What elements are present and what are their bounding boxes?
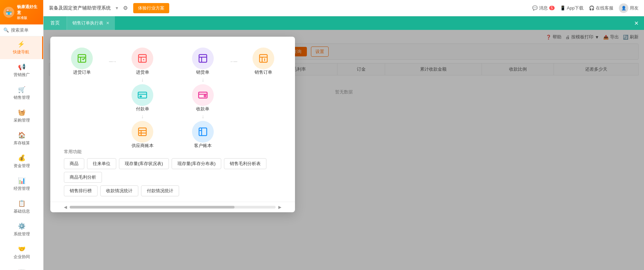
sidebar-item-finance[interactable]: 💰 资金管理 — [0, 150, 43, 173]
flow-node-purchase-bill[interactable]: 进货单 — [124, 48, 161, 75]
sidebar-item-basic-info[interactable]: 📋 基础信息 — [0, 196, 43, 218]
flow-node-supplier-ledger[interactable]: 供应商账本 — [124, 121, 161, 149]
corp-collab-icon: 🤝 — [18, 245, 25, 253]
message-button[interactable]: 💬 消息 5 — [532, 5, 555, 11]
finance-icon: 💰 — [18, 154, 25, 162]
user-profile-button[interactable]: 👤 用友 — [619, 3, 639, 13]
flow-node-receipt[interactable]: 收款单 — [185, 84, 221, 112]
svg-rect-13 — [138, 92, 147, 98]
sidebar-item-inventory[interactable]: 🏠 库存核算 — [0, 127, 43, 150]
message-badge: 5 — [549, 6, 555, 10]
sidebar-item-marketing[interactable]: 📢 营销推广 — [0, 59, 43, 82]
scroll-left-icon[interactable]: ◀ — [64, 205, 67, 210]
sidebar-nav: ⚡ 快捷导航 📢 营销推广 🛒 销售管理 🧺 采购管理 🏠 库存核算 💰 资金管… — [0, 36, 43, 270]
system-title: 装备及固定资产辅助管理系统 — [49, 5, 111, 11]
func-stock-status[interactable]: 现存量(库存状况表) — [119, 158, 169, 169]
svg-rect-15 — [140, 96, 142, 97]
receipt-icon — [192, 84, 214, 106]
flow-row-3: 供应商账本 客户账本 — [64, 121, 281, 149]
func-stock-dist[interactable]: 现存量(库存分布表) — [172, 158, 222, 169]
sales-icon: 🛒 — [18, 86, 25, 93]
sidebar-item-sales[interactable]: 🛒 销售管理 — [0, 82, 43, 105]
tab-close-icon[interactable]: ✕ — [106, 21, 109, 25]
purchase-order-label: 进货订单 — [73, 69, 91, 75]
flow-diagram: 进货订单 - - - -→ — [64, 48, 281, 149]
func-row-1: 商品 往来单位 现存量(库存状况表) 现存量(库存分布表) 销售毛利分析表 商品… — [64, 158, 281, 183]
scroll-right-icon[interactable]: ▶ — [278, 205, 281, 210]
headset-icon: 🎧 — [589, 5, 594, 11]
flow-node-customer-ledger[interactable]: 客户账本 — [185, 121, 221, 149]
operations-icon: 📊 — [18, 177, 25, 184]
supplier-ledger-label: 供应商账本 — [132, 143, 154, 149]
flow-node-sales-order[interactable]: 销售订单 — [245, 48, 281, 75]
svg-rect-23 — [199, 128, 207, 136]
tabbar: 首页 销售订单执行表 ✕ ✕ — [43, 16, 644, 30]
settings-icon[interactable]: ⚙ — [123, 5, 128, 11]
func-sales-rank[interactable]: 销售排行榜 — [64, 185, 98, 196]
modal-overlay: 进货订单 - - - -→ — [43, 30, 644, 270]
sidebar: 🏪 畅康通好生意 标准版 🔍 搜索菜单 ⚡ 快捷导航 📢 营销推广 🛒 销售管理… — [0, 0, 43, 270]
payment-label: 付款单 — [136, 106, 149, 112]
sales-bill-icon — [192, 48, 214, 69]
common-functions-title: 常用功能 — [64, 149, 281, 155]
arrow-purchase-order-to-bill: - - - -→ — [100, 59, 124, 64]
system-icon: ⚙️ — [18, 222, 25, 230]
func-goods[interactable]: 商品 — [64, 158, 84, 169]
scroll-thumb — [70, 206, 234, 209]
flow-node-purchase-order[interactable]: 进货订单 — [64, 48, 100, 75]
arrow-sales-order-to-bill: ←- - - - — [221, 59, 245, 64]
spacer-2 — [245, 78, 281, 81]
logo-sub: 标准版 — [17, 16, 40, 20]
purchase-icon: 🧺 — [18, 109, 25, 116]
func-receipt-stat[interactable]: 收款情况统计 — [100, 185, 138, 196]
marketing-icon: 📢 — [18, 63, 25, 71]
purchase-bill-label: 进货单 — [136, 69, 149, 75]
topbar: 装备及固定资产辅助管理系统 ▼ ⚙ 体验行业方案 💬 消息 5 📱 App下载 … — [43, 0, 644, 16]
customer-ledger-icon — [192, 121, 214, 143]
sidebar-item-corp-collab[interactable]: 🤝 企业协同 — [0, 241, 43, 264]
logo-text: 畅康通好生意 — [17, 4, 40, 16]
modal-body: 进货订单 - - - -→ — [50, 37, 295, 202]
flow-node-payment[interactable]: 付款单 — [124, 84, 161, 112]
supplier-ledger-icon — [132, 121, 153, 143]
svg-rect-6 — [199, 55, 207, 62]
sidebar-item-label: 销售管理 — [14, 95, 30, 101]
func-partner[interactable]: 往来单位 — [87, 158, 116, 169]
sidebar-item-system[interactable]: ⚙️ 系统管理 — [0, 218, 43, 241]
sidebar-item-label: 采购管理 — [14, 118, 30, 123]
flow-node-sales-bill[interactable]: 销货单 — [185, 48, 221, 75]
sidebar-item-purchase[interactable]: 🧺 采购管理 — [0, 105, 43, 127]
tab-home[interactable]: 首页 — [43, 16, 67, 30]
sidebar-item-label: 企业协同 — [14, 254, 30, 260]
sidebar-item-newbie[interactable]: 📖 新手引导 — [0, 264, 43, 270]
sidebar-item-quick-nav[interactable]: ⚡ 快捷导航 — [0, 36, 43, 59]
newbie-icon: 📖 — [18, 268, 25, 270]
sales-order-label: 销售订单 — [255, 69, 272, 75]
svg-rect-9 — [259, 55, 267, 62]
sidebar-item-label: 库存核算 — [14, 140, 30, 146]
dropdown-arrow-icon[interactable]: ▼ — [115, 6, 119, 11]
arrow-down-receipt: ↓ — [185, 112, 221, 121]
spacer-5 — [64, 115, 100, 118]
func-goods-profit[interactable]: 商品毛利分析 — [64, 172, 102, 183]
customer-ledger-label: 客户账本 — [194, 143, 212, 149]
close-all-tabs-icon[interactable]: ✕ — [629, 20, 644, 26]
sidebar-item-label: 经营管理 — [14, 186, 30, 192]
trial-button[interactable]: 体验行业方案 — [133, 3, 169, 13]
scroll-track[interactable] — [70, 206, 276, 209]
sidebar-search[interactable]: 🔍 搜索菜单 — [0, 24, 43, 36]
app-download-button[interactable]: 📱 App下载 — [560, 5, 584, 11]
sidebar-item-label: 基础信息 — [14, 209, 30, 214]
tab-sales-order-exec[interactable]: 销售订单执行表 ✕ — [67, 16, 115, 30]
func-payment-stat[interactable]: 付款情况统计 — [141, 185, 179, 196]
svg-rect-19 — [139, 128, 146, 136]
spacer-6 — [245, 115, 281, 118]
basic-info-icon: 📋 — [18, 200, 25, 207]
func-sales-profit[interactable]: 销售毛利分析表 — [224, 158, 266, 169]
arrow-down-sales-bill: ↓ — [185, 75, 221, 84]
flow-row-down-2: ↓ ↓ — [64, 112, 281, 121]
online-service-button[interactable]: 🎧 在线客服 — [589, 5, 613, 11]
svg-rect-3 — [139, 55, 146, 62]
purchase-order-icon — [71, 48, 93, 69]
sidebar-item-operations[interactable]: 📊 经营管理 — [0, 173, 43, 196]
